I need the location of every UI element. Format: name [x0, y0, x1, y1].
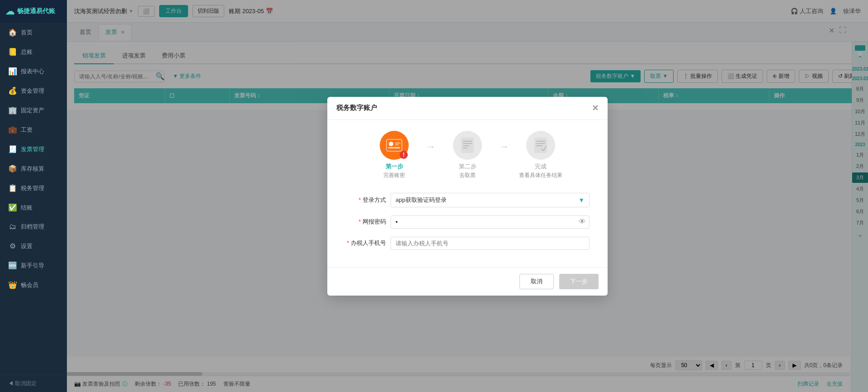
- sidebar-label-ledger: 总账: [21, 48, 33, 56]
- step-3: 完成 查看具体任务结果: [509, 131, 572, 179]
- sidebar: ☁ 畅捷通易代账 🏠 首页 📒 总账 📊 报表中心 💰 资金管理 🏢 固定资产 …: [0, 0, 67, 392]
- svg-point-1: [389, 142, 393, 146]
- modal-title: 税务数字账户: [336, 104, 377, 112]
- step2-icon: [453, 131, 482, 160]
- home-icon: 🏠: [8, 28, 17, 37]
- sidebar-item-ledger[interactable]: 📒 总账: [0, 42, 67, 62]
- step1-label: 第一步: [386, 163, 403, 171]
- logo-icon: ☁: [5, 6, 14, 17]
- cancel-btn[interactable]: 取消: [519, 274, 554, 289]
- unpin-icon: ◀: [8, 380, 14, 387]
- svg-rect-12: [536, 143, 545, 144]
- modal-header: 税务数字账户 ✕: [327, 97, 608, 120]
- app-name: 畅捷通易代账: [17, 7, 55, 15]
- select-chevron-icon: ▼: [578, 196, 585, 204]
- step3-label: 完成: [535, 163, 547, 171]
- member-icon: 👑: [8, 281, 17, 289]
- modal-overlay: 税务数字账户 ✕: [67, 0, 868, 392]
- sidebar-item-reports[interactable]: 📊 报表中心: [0, 62, 67, 81]
- salary-icon: 💼: [8, 125, 17, 134]
- steps-indicator: ! 第一步 完善账密 →: [345, 131, 590, 179]
- sidebar-item-invoice[interactable]: 🧾 发票管理: [0, 139, 67, 159]
- modal-footer: 取消 下一步: [327, 267, 608, 296]
- svg-rect-0: [387, 139, 402, 151]
- assets-icon: 🏢: [8, 106, 17, 115]
- step-2: 第二步 去取票: [436, 131, 499, 179]
- invoice-icon: 🧾: [8, 145, 17, 153]
- sidebar-item-archive[interactable]: 🗂 归档管理: [0, 217, 67, 236]
- phone-input[interactable]: [391, 237, 590, 250]
- svg-rect-2: [388, 147, 400, 148]
- next-btn[interactable]: 下一步: [559, 274, 599, 289]
- reports-icon: 📊: [8, 67, 17, 76]
- sidebar-item-tax[interactable]: 📋 税务管理: [0, 178, 67, 198]
- sidebar-item-guide[interactable]: 🆕 新手引导: [0, 256, 67, 275]
- sidebar-item-funds[interactable]: 💰 资金管理: [0, 81, 67, 100]
- password-toggle-icon[interactable]: 👁: [579, 218, 586, 226]
- password-row: * 网报密码 👁: [345, 215, 590, 229]
- sidebar-label-settings: 设置: [21, 242, 33, 250]
- login-method-label: * 登录方式: [345, 196, 386, 204]
- step-arrow-1: →: [426, 141, 436, 153]
- sidebar-item-assets[interactable]: 🏢 固定资产: [0, 100, 67, 120]
- step2-label: 第二步: [459, 163, 476, 171]
- svg-rect-8: [463, 145, 469, 146]
- archive-icon: 🗂: [8, 223, 17, 231]
- sidebar-label-tax: 税务管理: [21, 184, 44, 192]
- modal-body: ! 第一步 完善账密 →: [327, 120, 608, 267]
- sidebar-label-assets: 固定资产: [21, 106, 44, 115]
- sidebar-item-member[interactable]: 👑 畅会员: [0, 275, 67, 295]
- svg-rect-3: [395, 143, 401, 143]
- password-input[interactable]: [391, 215, 590, 229]
- sidebar-label-salary: 工资: [21, 126, 33, 134]
- step2-desc: 去取票: [459, 172, 476, 179]
- password-wrap: 👁: [391, 215, 590, 229]
- modal-close-btn[interactable]: ✕: [592, 103, 599, 113]
- login-method-value: app获取验证码登录: [396, 196, 447, 204]
- svg-rect-9: [463, 148, 467, 148]
- sidebar-item-salary[interactable]: 💼 工资: [0, 120, 67, 139]
- app-logo: ☁ 畅捷通易代账: [0, 0, 67, 23]
- step1-icon-wrap: !: [380, 131, 409, 160]
- phone-label: * 办税人手机号: [345, 239, 386, 247]
- step-1: ! 第一步 完善账密: [363, 131, 426, 179]
- step1-error-badge: !: [400, 151, 408, 159]
- phone-row: * 办税人手机号: [345, 237, 590, 250]
- svg-rect-11: [536, 141, 545, 142]
- login-method-row: * 登录方式 app获取验证码登录 ▼: [345, 193, 590, 207]
- svg-rect-13: [536, 145, 542, 146]
- sidebar-label-funds: 资金管理: [21, 87, 44, 95]
- tax-icon: 📋: [8, 184, 17, 192]
- settings-icon: ⚙: [8, 242, 17, 250]
- tax-digital-modal: 税务数字账户 ✕: [327, 97, 608, 296]
- sidebar-item-checkout[interactable]: ✅ 结账: [0, 198, 67, 217]
- step3-icon: [526, 131, 555, 160]
- svg-rect-4: [395, 144, 399, 145]
- sidebar-label-invoice: 发票管理: [21, 145, 44, 153]
- step1-desc: 完善账密: [383, 172, 405, 179]
- step-arrow-2: →: [499, 141, 509, 153]
- funds-icon: 💰: [8, 86, 17, 95]
- sidebar-item-home[interactable]: 🏠 首页: [0, 23, 67, 42]
- inventory-icon: 📦: [8, 164, 17, 173]
- step3-desc: 查看具体任务结果: [519, 172, 562, 179]
- sidebar-label-inventory: 库存核算: [21, 165, 44, 173]
- password-label: * 网报密码: [345, 218, 386, 226]
- sidebar-label-reports: 报表中心: [21, 67, 44, 76]
- sidebar-label-archive: 归档管理: [21, 223, 44, 231]
- sidebar-label-member: 畅会员: [21, 281, 38, 289]
- sidebar-label-checkout: 结账: [21, 204, 33, 212]
- checkout-icon: ✅: [8, 203, 17, 212]
- sidebar-label-guide: 新手引导: [21, 262, 44, 270]
- login-method-select[interactable]: app获取验证码登录 ▼: [391, 193, 590, 207]
- guide-icon: 🆕: [8, 261, 17, 270]
- svg-rect-6: [463, 141, 472, 142]
- unpin-sidebar-btn[interactable]: ◀ 取消固定: [0, 375, 67, 392]
- svg-rect-7: [463, 143, 472, 144]
- sidebar-item-inventory[interactable]: 📦 库存核算: [0, 159, 67, 178]
- sidebar-label-home: 首页: [21, 29, 33, 37]
- sidebar-item-settings[interactable]: ⚙ 设置: [0, 236, 67, 256]
- ledger-icon: 📒: [8, 48, 17, 56]
